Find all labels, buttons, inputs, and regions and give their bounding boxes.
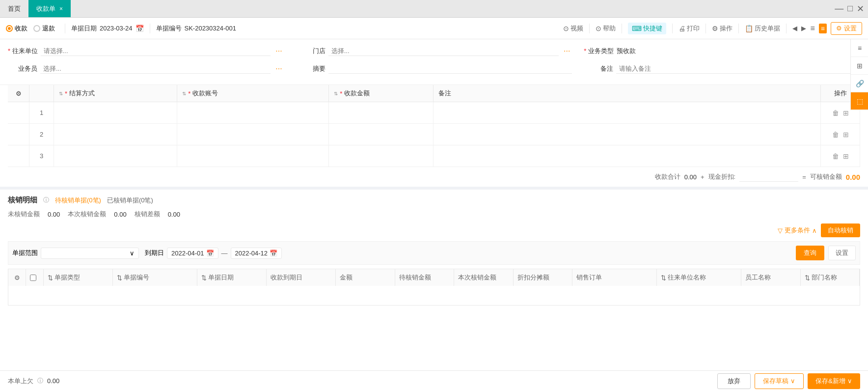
table-header-gear[interactable]: ⚙ (8, 85, 29, 102)
partner-label: * 往来单位 (8, 47, 38, 56)
this-time-label: 本次核销金额 (68, 210, 106, 219)
table-cell-amount-1[interactable] (329, 102, 434, 123)
table-cell-settlement-3[interactable] (54, 145, 177, 167)
nav-next-icon[interactable]: ▶ (801, 25, 806, 32)
shop-label: 门店 (296, 47, 326, 56)
operation-icon: ⚙ (712, 25, 718, 32)
action-operation[interactable]: ⚙ 操作 (712, 24, 732, 33)
date-start-input[interactable]: 2022-04-01 📅 (167, 248, 218, 259)
verify-header-amount: 金额 (336, 269, 395, 286)
setting-button[interactable]: ⚙ 设置 (831, 22, 862, 35)
calendar-start-icon[interactable]: 📅 (206, 250, 214, 257)
toolbar-divider-7 (738, 24, 739, 33)
radio-receipt[interactable]: 收款 (6, 24, 27, 33)
window-close-icon[interactable]: ✕ (857, 3, 864, 14)
more-conditions-btn[interactable]: ▽ 更多条件 ∧ (778, 226, 817, 235)
action-video[interactable]: ⊙ 视频 (563, 24, 583, 33)
select-all-checkbox[interactable] (30, 275, 36, 281)
table-cell-account-3[interactable] (177, 145, 329, 167)
available-label: 可核销金额 (810, 172, 842, 181)
limit-value: 0.00 (47, 377, 59, 385)
shop-input[interactable] (328, 46, 559, 56)
delete-icon-3[interactable]: 🗑 (832, 152, 839, 160)
save-new-button[interactable]: 保存&新增 ∨ (808, 373, 860, 389)
verify-header-duedate: 收款到期日 (267, 269, 336, 286)
table-cell-remark-3[interactable] (434, 145, 821, 167)
radio-refund[interactable]: 退款 (33, 24, 55, 33)
right-panel-icon-1[interactable]: ≡ (851, 39, 868, 57)
toolbar-divider-6 (705, 24, 706, 33)
limit-info-icon[interactable]: ⓘ (37, 377, 43, 385)
tab-close-icon[interactable]: × (59, 5, 63, 12)
delete-icon-2[interactable]: 🗑 (832, 131, 839, 139)
table-cell-account-1[interactable] (177, 102, 329, 123)
salesperson-label: 业务员 (8, 64, 37, 73)
verify-info-icon[interactable]: ⓘ (43, 196, 49, 204)
due-date-label: 到期日 (145, 249, 164, 257)
partner-dots-btn[interactable]: ··· (273, 47, 284, 56)
nav-grid-icon[interactable]: ≡ (819, 24, 827, 33)
table-cell-settlement-2[interactable] (54, 124, 177, 145)
summary-row: 收款合计 0.00 + 现金折扣: = 可核销金额 0.00 (0, 167, 868, 187)
tab-pending[interactable]: 待核销单据(0笔) (55, 196, 101, 205)
action-help[interactable]: ⊙ 帮助 (596, 24, 616, 33)
nav-list-icon[interactable]: ≡ (810, 24, 814, 33)
tab-done[interactable]: 已核销单据(0笔) (107, 196, 153, 205)
salesperson-dots-btn[interactable]: ··· (273, 64, 284, 73)
table-cell-amount-2[interactable] (329, 124, 434, 145)
available-value: 0.00 (846, 173, 860, 181)
action-print[interactable]: 🖨 打印 (678, 24, 700, 33)
partner-input[interactable] (41, 46, 271, 56)
copy-icon-3[interactable]: ⊞ (843, 152, 849, 160)
setting-button-2[interactable]: 设置 (828, 246, 856, 260)
auto-verify-button[interactable]: 自动核销 (821, 223, 860, 237)
sort-icon-type: ⇅ (48, 274, 53, 281)
range-label: 单据范围 (12, 249, 38, 257)
salesperson-field: 业务员 ··· (8, 62, 284, 76)
table-cell-remark-2[interactable] (434, 124, 821, 145)
table-cell-remark-1[interactable] (434, 102, 821, 123)
verify-header-employee: 员工名称 (741, 269, 800, 286)
query-button[interactable]: 查询 (796, 246, 824, 260)
remark-input[interactable] (616, 64, 860, 74)
salesperson-input[interactable] (40, 64, 271, 74)
table-cell-settlement-1[interactable] (54, 102, 177, 123)
receipt-table-container: ⚙ ⇅ * 结算方式 ⇅ * 收款账号 ⇅ * 收款金额 备注 操作 (8, 85, 860, 167)
tab-active[interactable]: 收款单 × (28, 0, 71, 17)
window-minimize-icon[interactable]: — (835, 3, 843, 14)
table-cell-amount-3[interactable] (329, 145, 434, 167)
verify-header-checkbox[interactable] (26, 269, 44, 286)
business-type-label: * 业务类型 (584, 47, 614, 56)
abandon-button[interactable]: 放弃 (717, 373, 751, 389)
right-panel-icon-3[interactable]: 🔗 (851, 75, 868, 92)
shop-dots-btn[interactable]: ··· (562, 47, 572, 56)
remark-field: 备注 (584, 62, 860, 76)
nav-prev-icon[interactable]: ◀ (792, 25, 797, 32)
table-cell-account-2[interactable] (177, 124, 329, 145)
save-new-arrow: ∨ (847, 377, 852, 385)
discount-input[interactable] (739, 172, 798, 182)
diff-label: 核销差额 (135, 210, 160, 219)
window-maximize-icon[interactable]: □ (847, 3, 853, 14)
sort-icon-settlement: ⇅ (59, 91, 63, 96)
action-shortcut[interactable]: ⌨ 快捷键 (628, 23, 666, 34)
pending-amount-label: 未核销金额 (8, 210, 40, 219)
calendar-end-icon[interactable]: 📅 (270, 250, 277, 257)
summary-input[interactable] (328, 64, 572, 74)
toolbar: 收款 退款 单据日期 2023-03-24 📅 单据编号 SK-20230324… (0, 18, 868, 39)
table-gear-icon-verify[interactable]: ⚙ (14, 274, 20, 281)
calendar-icon[interactable]: 📅 (136, 25, 144, 32)
tab-home[interactable]: 首页 (0, 0, 28, 17)
save-draft-button[interactable]: 保存草稿 ∨ (755, 373, 804, 389)
table-cell-index-1: 1 (29, 102, 54, 123)
copy-icon-1[interactable]: ⊞ (843, 109, 849, 117)
range-select[interactable]: ∨ (41, 248, 139, 259)
date-end-input[interactable]: 2022-04-12 📅 (231, 248, 282, 259)
table-cell-gear-1 (8, 102, 29, 123)
right-panel-icon-2[interactable]: ⊞ (851, 57, 868, 75)
right-panel-icon-4[interactable]: ⬚ (851, 92, 868, 110)
action-history[interactable]: 📋 历史单据 (745, 24, 780, 33)
verify-table-header: ⚙ ⇅ 单据类型 ⇅ 单据编号 ⇅ 单据日期 收款到期日 金额 (8, 269, 860, 286)
delete-icon-1[interactable]: 🗑 (832, 109, 839, 117)
copy-icon-2[interactable]: ⊞ (843, 131, 849, 139)
